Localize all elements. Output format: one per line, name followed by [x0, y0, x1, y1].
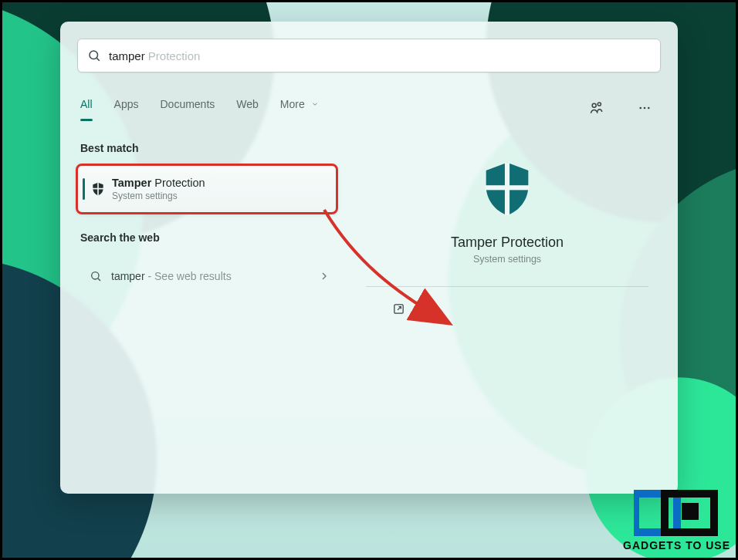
web-search-term: tamper - See web results — [111, 270, 232, 282]
svg-rect-16 — [682, 503, 699, 520]
tab-web[interactable]: Web — [236, 98, 259, 118]
chevron-right-icon — [318, 270, 330, 282]
watermark-text: GADGETS TO USE — [623, 540, 730, 551]
start-search-window: tamper Protection All Apps Documents Web… — [60, 22, 678, 494]
open-external-icon — [392, 302, 405, 315]
group-heading-search-web: Search the web — [80, 231, 338, 244]
tab-all[interactable]: All — [80, 98, 93, 118]
shield-icon — [90, 181, 106, 197]
best-match-result[interactable]: Tamper Protection System settings — [76, 164, 338, 214]
tab-apps[interactable]: Apps — [114, 98, 139, 118]
account-icon-button[interactable] — [584, 95, 610, 121]
svg-point-4 — [639, 107, 642, 110]
svg-rect-12 — [485, 185, 529, 190]
filter-tabs: All Apps Documents Web More — [80, 93, 658, 123]
tab-more[interactable]: More — [280, 98, 319, 118]
svg-point-3 — [598, 103, 601, 106]
tab-documents[interactable]: Documents — [160, 98, 215, 118]
watermark: GADGETS TO USE — [623, 489, 730, 551]
svg-point-2 — [592, 103, 596, 107]
svg-rect-8 — [93, 188, 103, 190]
search-icon — [87, 49, 101, 62]
svg-point-9 — [92, 272, 99, 279]
watermark-logo — [634, 489, 720, 537]
web-search-result[interactable]: tamper - See web results — [76, 261, 338, 292]
best-match-subtitle: System settings — [112, 191, 325, 201]
search-icon — [90, 270, 102, 282]
best-match-title: Tamper Protection — [112, 177, 325, 189]
search-query: tamper Protection — [109, 49, 200, 62]
open-label: Open — [415, 303, 440, 315]
preview-subtitle: System settings — [352, 254, 662, 265]
search-input[interactable]: tamper Protection — [77, 39, 661, 73]
svg-point-0 — [90, 51, 98, 59]
group-heading-best-match: Best match — [80, 142, 338, 154]
open-action[interactable]: Open — [352, 287, 662, 315]
people-icon — [589, 100, 604, 116]
selection-accent — [83, 178, 85, 200]
svg-rect-14 — [635, 494, 677, 532]
svg-line-10 — [98, 278, 100, 281]
options-button[interactable] — [631, 95, 658, 121]
svg-point-5 — [644, 107, 646, 110]
result-preview-pane: Tamper Protection System settings Open — [352, 137, 662, 480]
preview-title: Tamper Protection — [352, 234, 662, 251]
chevron-down-icon — [311, 100, 319, 108]
svg-point-6 — [648, 107, 650, 110]
more-horizontal-icon — [638, 101, 652, 115]
svg-line-1 — [96, 58, 99, 60]
shield-icon — [476, 157, 539, 221]
